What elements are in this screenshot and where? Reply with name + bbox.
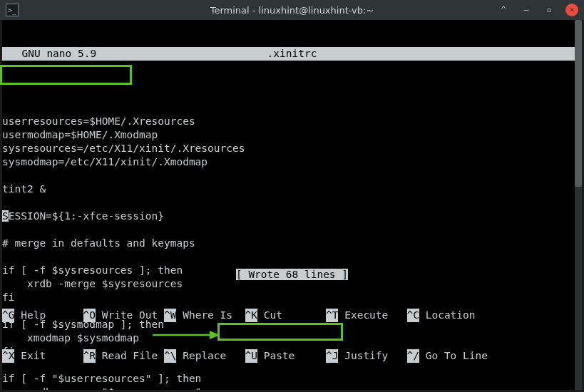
editor-line [2,196,582,210]
editor-line: tint2 & [2,182,582,196]
shortcut-key: ^O [83,309,96,322]
shortcut-key: ^U [245,349,257,363]
shortcut-label: Justify [338,349,406,363]
window-title: Terminal - linuxhint@linuxhint-vb:~ [210,5,374,16]
window-titlebar: >_ Terminal - linuxhint@linuxhint-vb:~ ^… [0,0,584,20]
shortcut-label: Execute [338,309,406,322]
editor-line [2,223,582,237]
shortcut-label: Read File [96,349,164,363]
shortcut-key: ^J [326,349,338,363]
shortcut-key: ^G [2,309,14,322]
shortcut-label: Go To Line [419,349,488,363]
editor-line [2,101,582,115]
nano-status-line: [ Wrote 68 lines ] [2,268,582,282]
shortcut-key: ^X [2,349,14,363]
shortcut-key: ^K [245,309,257,322]
shortcut-label: Help [14,309,83,322]
shortcut-label: Where Is [176,309,245,322]
shortcut-row-2: ^X Exit ^R Read File ^\ Replace ^U Paste… [2,349,582,363]
nano-version: GNU nano 5.9 [2,47,96,61]
nano-filename: .xinitrc [267,47,317,61]
editor-line: userresources=$HOME/.Xresources [2,115,582,128]
shortcut-label: Paste [257,349,326,363]
terminal-icon: >_ [6,4,19,16]
window-up-button[interactable]: ^ [497,4,510,16]
shortcut-key: ^R [83,349,96,363]
shortcut-label: Exit [14,349,83,363]
nano-header: GNU nano 5.9 .xinitrc [2,47,582,61]
window-maximize-button[interactable]: ▫ [543,4,555,16]
window-controls: ^ – ▫ × [497,4,578,16]
editor-line: usermodmap=$HOME/.Xmodmap [2,128,582,142]
scrollbar-thumb[interactable] [575,20,582,187]
shortcut-key: ^W [164,309,176,322]
nano-shortcuts: [ Wrote 68 lines ] ^G Help ^O Write Out … [2,241,582,390]
editor-line: sysresources=/etc/X11/xinit/.Xresources [2,142,582,155]
shortcut-label: Write Out [96,309,164,322]
window-close-button[interactable]: × [565,4,578,16]
editor-line: SESSION=${1:-xfce-session} [2,210,582,223]
editor-line [2,169,582,182]
shortcut-key: ^/ [407,349,419,363]
scrollbar[interactable] [575,20,582,390]
shortcut-label: Location [419,309,476,322]
terminal-viewport[interactable]: GNU nano 5.9 .xinitrc userresources=$HOM… [2,20,582,390]
editor-line: sysmodmap=/etc/X11/xinit/.Xmodmap [2,155,582,169]
cursor: S [2,210,9,222]
shortcut-key: ^C [407,309,419,322]
shortcut-row-1: ^G Help ^O Write Out ^W Where Is ^K Cut … [2,309,582,322]
shortcut-key: ^\ [164,349,176,363]
nano-status-message: [ Wrote 68 lines ] [236,269,348,280]
shortcut-label: Cut [257,309,326,322]
window-minimize-button[interactable]: – [520,4,533,16]
shortcut-label: Replace [176,349,245,363]
shortcut-key: ^T [326,309,338,322]
